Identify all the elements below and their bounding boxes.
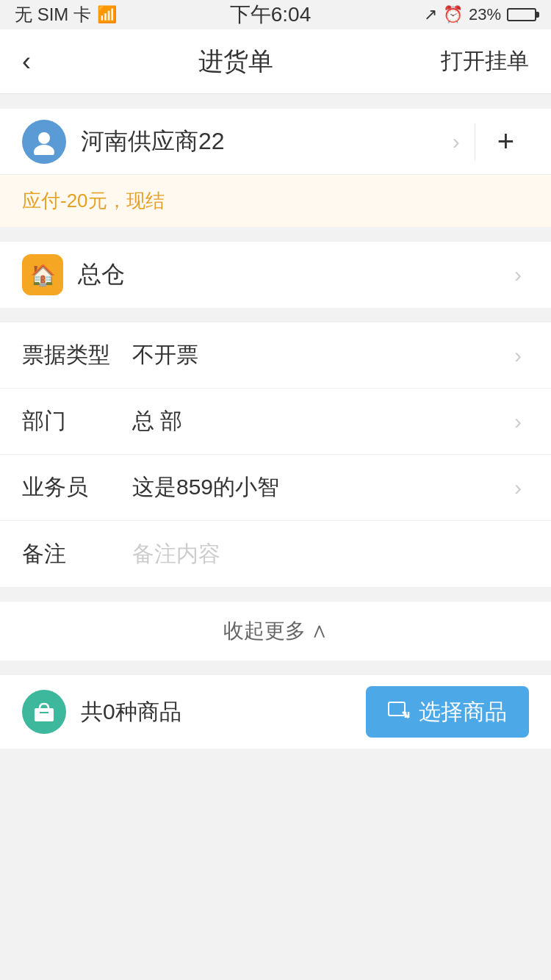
dept-label: 部门 bbox=[22, 406, 125, 436]
staff-value: 这是859的小智 bbox=[125, 472, 514, 502]
status-bar: 无 SIM 卡 📶 下午6:04 ↗ ⏰ 23% bbox=[0, 0, 551, 29]
chevron-right-icon-warehouse: › bbox=[514, 262, 522, 287]
select-icon bbox=[388, 702, 411, 722]
select-button-label: 选择商品 bbox=[419, 697, 507, 727]
header: ‹ 进货单 打开挂单 bbox=[0, 29, 551, 94]
invoice-label: 票据类型 bbox=[22, 340, 125, 370]
alarm-icon: ⏰ bbox=[443, 5, 463, 24]
person-icon bbox=[31, 129, 57, 155]
svg-rect-4 bbox=[389, 702, 405, 716]
status-right: ↗ ⏰ 23% bbox=[424, 5, 536, 24]
remark-row[interactable]: 备注 备注内容 bbox=[0, 521, 551, 587]
svg-rect-2 bbox=[35, 708, 54, 721]
supplier-name: 河南供应商22 bbox=[81, 126, 453, 158]
section-gap-1 bbox=[0, 94, 551, 109]
remark-label: 备注 bbox=[22, 539, 125, 569]
staff-row[interactable]: 业务员 这是859的小智 › bbox=[0, 455, 551, 521]
svg-point-1 bbox=[34, 145, 54, 155]
collapse-label: 收起更多 ∧ bbox=[223, 617, 328, 645]
form-section: 票据类型 不开票 › 部门 总 部 › 业务员 这是859的小智 › 备注 备注… bbox=[0, 323, 551, 587]
page-title: 进货单 bbox=[198, 45, 273, 79]
battery-bar bbox=[507, 8, 536, 21]
product-count-icon bbox=[22, 690, 66, 734]
warehouse-icon: 🏠 bbox=[22, 254, 63, 295]
shopping-bag-icon bbox=[32, 699, 57, 724]
invoice-row[interactable]: 票据类型 不开票 › bbox=[0, 323, 551, 389]
select-product-button[interactable]: 选择商品 bbox=[366, 686, 529, 738]
house-icon: 🏠 bbox=[30, 263, 56, 287]
warehouse-row[interactable]: 🏠 总仓 › bbox=[0, 242, 551, 308]
add-supplier-button[interactable]: + bbox=[483, 125, 529, 158]
warehouse-name: 总仓 bbox=[78, 259, 514, 291]
status-time: 下午6:04 bbox=[230, 1, 311, 29]
bottom-bar: 共0种商品 选择商品 bbox=[0, 675, 551, 749]
dept-value: 总 部 bbox=[125, 406, 514, 436]
open-pending-button[interactable]: 打开挂单 bbox=[441, 46, 529, 76]
notice-text: 应付-20元，现结 bbox=[22, 190, 165, 212]
chevron-right-icon-staff: › bbox=[514, 475, 522, 500]
collapse-row[interactable]: 收起更多 ∧ bbox=[0, 602, 551, 660]
product-count-text: 共0种商品 bbox=[81, 697, 366, 727]
supplier-row[interactable]: 河南供应商22 › + bbox=[0, 109, 551, 175]
dept-row[interactable]: 部门 总 部 › bbox=[0, 389, 551, 455]
location-icon: ↗ bbox=[424, 5, 437, 24]
battery-text: 23% bbox=[469, 5, 501, 24]
chevron-right-icon-invoice: › bbox=[514, 343, 522, 368]
svg-point-0 bbox=[38, 132, 50, 144]
avatar bbox=[22, 120, 66, 164]
staff-label: 业务员 bbox=[22, 472, 125, 502]
supplier-section: 河南供应商22 › + 应付-20元，现结 bbox=[0, 109, 551, 227]
warehouse-section: 🏠 总仓 › bbox=[0, 242, 551, 308]
status-left: 无 SIM 卡 📶 bbox=[15, 3, 117, 26]
chevron-right-icon-dept: › bbox=[514, 409, 522, 434]
back-button[interactable]: ‹ bbox=[22, 46, 31, 77]
carrier-text: 无 SIM 卡 bbox=[15, 3, 91, 26]
remark-input[interactable]: 备注内容 bbox=[125, 539, 529, 569]
wifi-icon: 📶 bbox=[97, 5, 117, 24]
chevron-right-icon: › bbox=[453, 129, 460, 154]
invoice-value: 不开票 bbox=[125, 340, 514, 370]
divider bbox=[475, 123, 475, 160]
notice-banner: 应付-20元，现结 bbox=[0, 175, 551, 227]
